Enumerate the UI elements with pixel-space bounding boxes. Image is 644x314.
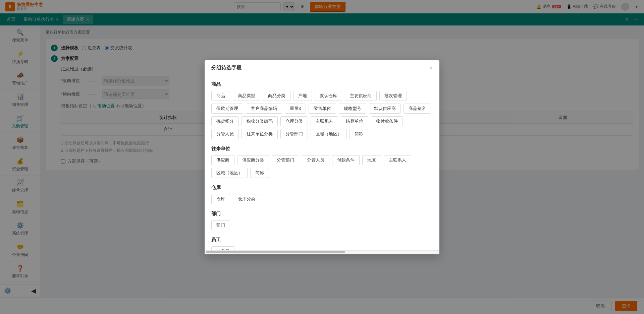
- field-tag-cp-1[interactable]: 供应商分类: [237, 155, 269, 165]
- field-tag-product-0[interactable]: 商品: [211, 91, 230, 101]
- field-tag-product-19[interactable]: 收付款条件: [371, 116, 403, 126]
- modal-header: 分组待选字段 ×: [205, 60, 439, 76]
- field-tag-product-11[interactable]: 规格型号: [339, 104, 366, 114]
- field-tag-product-16[interactable]: 仓库分类: [280, 116, 308, 126]
- field-tag-cp-0[interactable]: 供应商: [211, 155, 234, 165]
- field-tag-dept-0[interactable]: 部门: [211, 220, 230, 230]
- field-tag-product-9[interactable]: 重量3: [285, 104, 306, 114]
- field-group-product-title: 商品: [211, 81, 433, 87]
- field-tag-product-14[interactable]: 拣货积分: [211, 116, 239, 126]
- field-tag-product-10[interactable]: 零售单位: [309, 104, 336, 114]
- field-group-employee-title: 员工: [211, 237, 433, 243]
- field-tag-product-17[interactable]: 主联系人: [311, 116, 338, 126]
- field-tag-emp-0[interactable]: 业务员: [211, 246, 234, 250]
- modal-title: 分组待选字段: [211, 65, 241, 71]
- field-group-department-title: 部门: [211, 211, 433, 217]
- hscroll-thumb[interactable]: [206, 251, 345, 253]
- field-tag-cp-3[interactable]: 分管人员: [302, 155, 329, 165]
- field-tag-wh-1[interactable]: 仓库分类: [233, 194, 260, 204]
- field-tag-cp-7[interactable]: 区域（地区）: [211, 168, 248, 178]
- field-tag-cp-5[interactable]: 地区: [362, 155, 381, 165]
- field-tag-cp-2[interactable]: 分管部门: [272, 155, 299, 165]
- field-tag-product-24[interactable]: 简称: [350, 129, 368, 139]
- field-tag-product-12[interactable]: 默认供应商: [369, 104, 401, 114]
- field-group-department: 部门 部门: [211, 211, 433, 230]
- field-tag-product-18[interactable]: 结算单位: [341, 116, 368, 126]
- field-group-employee-tags: 业务员: [211, 246, 433, 250]
- field-tag-product-7[interactable]: 保质期管理: [211, 104, 243, 114]
- field-tag-product-8[interactable]: 客户商品编码: [246, 104, 282, 114]
- field-select-modal: 分组待选字段 × 商品 商品 商品类型 商品分类 产地 默认仓库 主要供应商 批…: [205, 60, 439, 254]
- modal-overlay: 分组待选字段 × 商品 商品 商品类型 商品分类 产地 默认仓库 主要供应商 批…: [0, 0, 644, 297]
- field-tag-product-23[interactable]: 区域（地区）: [311, 129, 347, 139]
- field-group-counterpart-tags: 供应商 供应商分类 分管部门 分管人员 付款条件 地区 主联系人 区域（地区） …: [211, 155, 433, 178]
- field-group-department-tags: 部门: [211, 220, 433, 230]
- field-tag-product-6[interactable]: 批次管理: [379, 91, 407, 101]
- field-tag-product-13[interactable]: 商品别名: [404, 104, 431, 114]
- field-tag-product-20[interactable]: 分管人员: [211, 129, 239, 139]
- field-tag-product-4[interactable]: 默认仓库: [315, 91, 342, 101]
- field-tag-product-3[interactable]: 产地: [293, 91, 312, 101]
- field-tag-cp-6[interactable]: 主联系人: [384, 155, 411, 165]
- field-group-counterpart-title: 往来单位: [211, 146, 433, 152]
- field-tag-cp-4[interactable]: 付款条件: [332, 155, 360, 165]
- field-tag-product-1[interactable]: 商品类型: [233, 91, 260, 101]
- field-group-warehouse-tags: 仓库 仓库分类: [211, 194, 433, 204]
- field-group-product: 商品 商品 商品类型 商品分类 产地 默认仓库 主要供应商 批次管理 保质期管理…: [211, 81, 433, 139]
- field-tag-cp-8[interactable]: 简称: [250, 168, 269, 178]
- modal-body[interactable]: 商品 商品 商品类型 商品分类 产地 默认仓库 主要供应商 批次管理 保质期管理…: [205, 76, 439, 250]
- field-tag-product-15[interactable]: 税收分类编码: [241, 116, 278, 126]
- field-group-warehouse-title: 仓库: [211, 185, 433, 191]
- field-group-employee: 员工 业务员: [211, 237, 433, 250]
- field-tag-wh-0[interactable]: 仓库: [211, 194, 230, 204]
- field-tag-product-21[interactable]: 往来单位分类: [241, 129, 278, 139]
- field-group-counterpart: 往来单位 供应商 供应商分类 分管部门 分管人员 付款条件 地区 主联系人 区域…: [211, 146, 433, 178]
- field-tag-product-22[interactable]: 分管部门: [280, 129, 308, 139]
- field-tag-product-2[interactable]: 商品分类: [263, 91, 290, 101]
- field-group-product-tags: 商品 商品类型 商品分类 产地 默认仓库 主要供应商 批次管理 保质期管理 客户…: [211, 91, 433, 139]
- field-tag-product-5[interactable]: 主要供应商: [345, 91, 377, 101]
- field-group-warehouse: 仓库 仓库 仓库分类: [211, 185, 433, 204]
- modal-hscrollbar[interactable]: [205, 250, 439, 254]
- modal-close-button[interactable]: ×: [429, 65, 433, 71]
